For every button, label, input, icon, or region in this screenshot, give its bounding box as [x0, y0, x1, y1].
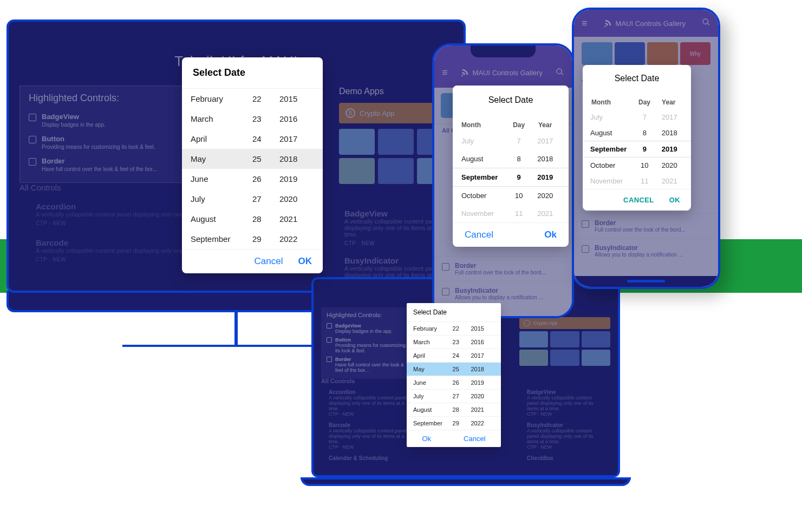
rss-icon — [604, 18, 612, 29]
picker-headers: Month Day Year — [583, 92, 691, 109]
menu-icon[interactable]: ≡ — [442, 67, 448, 78]
picker-row[interactable]: August82018 — [583, 125, 691, 141]
square-icon — [582, 220, 589, 228]
picker-row-selected[interactable]: May252018 — [407, 362, 501, 376]
picker-row[interactable]: July72017 — [453, 132, 569, 150]
picker-row[interactable]: November112021 — [453, 205, 569, 222]
date-picker-dialog-windows: Select Date February222015 March232016 A… — [407, 303, 501, 447]
picker-row[interactable]: October102020 — [453, 187, 569, 205]
tile[interactable]: Why — [680, 42, 711, 65]
picker-row[interactable]: June262019 — [182, 169, 323, 189]
dialog-title: Select Date — [583, 65, 691, 92]
picker-row[interactable]: March232016 — [407, 335, 501, 349]
dialog-actions: Ok Cancel — [407, 430, 501, 447]
dialog-title: Select Date — [182, 57, 323, 89]
list-item[interactable]: BorderFull control over the look of the … — [574, 213, 718, 238]
picker-row[interactable]: April242017 — [407, 349, 501, 362]
picker-wheel[interactable]: February222015 March232016 April242017 M… — [407, 321, 501, 430]
dialog-title: Select Date — [407, 303, 501, 321]
tile[interactable] — [582, 42, 612, 65]
picker-row[interactable]: September292022 — [182, 229, 323, 249]
picker-row[interactable]: August82018 — [453, 150, 569, 168]
dialog-actions: CANCEL OK — [583, 189, 691, 211]
picker-row-selected[interactable]: May252018 — [182, 149, 323, 169]
picker-row[interactable]: February222015 — [407, 321, 501, 335]
picker-row[interactable]: February222015 — [182, 89, 323, 109]
cancel-button[interactable]: CANCEL — [623, 196, 654, 204]
picker-row[interactable]: August282021 — [182, 209, 323, 229]
list-item[interactable]: BusyIndicatorAllows you to display a not… — [434, 281, 572, 306]
cancel-button[interactable]: Cancel — [464, 435, 485, 443]
picker-wheel[interactable]: July72017 August82018 September92019 Oct… — [583, 109, 691, 189]
cancel-button[interactable]: Cancel — [255, 256, 283, 267]
list-item[interactable]: BorderFull control over the look of the … — [434, 256, 572, 281]
phone-notch — [471, 45, 536, 57]
phone-title: MAUI Controls Gallery — [604, 18, 686, 29]
picker-row[interactable]: August282021 — [407, 403, 501, 416]
ok-button[interactable]: OK — [669, 196, 680, 204]
square-icon — [582, 245, 589, 253]
phone-chin — [574, 276, 718, 287]
picker-row[interactable]: September292022 — [407, 416, 501, 430]
picker-row-selected[interactable]: September92019 — [583, 141, 691, 157]
dialog-actions: Cancel OK — [182, 249, 323, 273]
list-item[interactable]: BusyIndicatorAllows you to display a not… — [574, 238, 718, 263]
dialog-title: Select Date — [453, 86, 569, 115]
square-icon — [442, 263, 449, 271]
date-picker-dialog-android: Select Date Month Day Year July72017 Aug… — [583, 65, 691, 211]
ok-button[interactable]: Ok — [422, 435, 431, 443]
picker-row[interactable]: October102020 — [583, 157, 691, 173]
menu-icon[interactable]: ≡ — [582, 18, 588, 29]
picker-row[interactable]: July272020 — [182, 189, 323, 209]
picker-row[interactable]: November112021 — [583, 173, 691, 189]
picker-row[interactable]: July272020 — [407, 389, 501, 403]
cancel-button[interactable]: Cancel — [465, 229, 493, 240]
picker-row-selected[interactable]: September92019 — [453, 168, 569, 187]
date-picker-dialog-ios: Select Date Month Day Year July72017 Aug… — [453, 86, 569, 247]
square-icon — [442, 288, 449, 295]
picker-row[interactable]: July72017 — [583, 109, 691, 125]
ok-button[interactable]: Ok — [544, 229, 557, 240]
picker-wheel[interactable]: February222015 March232016 April242017 M… — [182, 89, 323, 249]
picker-wheel[interactable]: July72017 August82018 September92019 Oct… — [453, 132, 569, 222]
tile[interactable] — [615, 42, 645, 65]
tile[interactable] — [647, 42, 678, 65]
search-icon[interactable] — [702, 18, 710, 29]
picker-headers: Month Day Year — [453, 115, 569, 132]
phone-title: MAUI Controls Gallery — [461, 68, 543, 78]
dialog-actions: Cancel Ok — [453, 222, 569, 247]
imac-stand — [234, 312, 238, 345]
laptop-base — [301, 477, 631, 486]
picker-row[interactable]: April242017 — [182, 129, 323, 149]
search-icon[interactable] — [556, 68, 564, 78]
picker-row[interactable]: June262019 — [407, 376, 501, 389]
phone-header: ≡ MAUI Controls Gallery — [574, 10, 718, 37]
date-picker-dialog-macos: Select Date February222015 March232016 A… — [182, 57, 323, 273]
picker-row[interactable]: March232016 — [182, 109, 323, 129]
ok-button[interactable]: OK — [298, 256, 312, 267]
rss-icon — [461, 68, 470, 78]
